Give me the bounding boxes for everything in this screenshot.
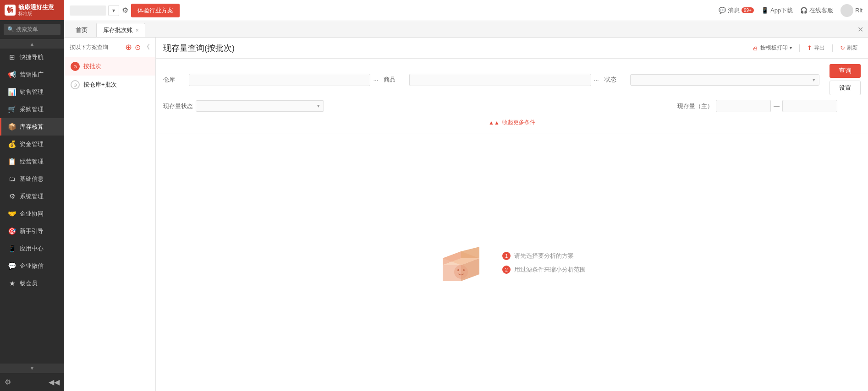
print-icon: 🖨 bbox=[753, 44, 758, 51]
product-label: 商品 bbox=[384, 76, 407, 84]
sidebar-item-shortcut[interactable]: ⊞ 快捷导航 bbox=[0, 49, 64, 66]
sidebar-item-member[interactable]: ★ 畅会员 bbox=[0, 275, 64, 292]
inventory-status-select[interactable]: ▾ bbox=[196, 100, 324, 112]
user-name: Rit bbox=[855, 7, 863, 14]
newguide-icon: 🎯 bbox=[8, 227, 16, 235]
basic-icon: 🗂 bbox=[8, 175, 16, 183]
empty-visual bbox=[438, 240, 484, 286]
tab-inventory[interactable]: 库存批次账 × bbox=[96, 23, 145, 37]
inventory-status-dropdown-icon: ▾ bbox=[317, 103, 320, 109]
status-select[interactable]: ▾ bbox=[630, 74, 819, 86]
edition-label: 标准版 bbox=[18, 11, 54, 16]
sidebar-label-purchase: 采购管理 bbox=[20, 105, 44, 114]
member-icon: ★ bbox=[8, 279, 16, 288]
plan-item-by-warehouse-batch[interactable]: ⊙ 按仓库+批次 bbox=[64, 76, 155, 94]
product-input[interactable] bbox=[409, 74, 591, 86]
plan-inactive-icon: ⊙ bbox=[71, 80, 80, 89]
sidebar-item-wechat[interactable]: 💬 企业微信 bbox=[0, 257, 64, 275]
chevron-up-icon: ▲▲ bbox=[489, 119, 500, 126]
filter-inventory-status: 现存量状态 ▾ bbox=[163, 100, 672, 112]
empty-tip-1: 1 请先选择要分析的方案 bbox=[502, 252, 586, 260]
collapse-panel-btn[interactable]: 《 bbox=[143, 43, 150, 51]
topbar-search-input[interactable] bbox=[70, 5, 106, 16]
app-download-label: App下载 bbox=[770, 6, 793, 15]
status-label: 状态 bbox=[604, 76, 627, 84]
company-name: 畅康通好生意 bbox=[18, 4, 54, 11]
sidebar-item-newguide[interactable]: 🎯 新手引导 bbox=[0, 223, 64, 240]
empty-state: 1 请先选择要分析的方案 2 用过滤条件来缩小分析范围 bbox=[156, 134, 868, 391]
sidebar-label-operation: 经营管理 bbox=[20, 157, 44, 166]
plan-item-by-batch[interactable]: ⊙ 按批次 bbox=[64, 57, 155, 76]
sidebar-item-inventory[interactable]: 📦 库存核算 bbox=[0, 118, 64, 136]
export-icon: ⬆ bbox=[807, 44, 812, 51]
sidebar: 畅 畅康通好生意 标准版 🔍 搜索菜单 ▲ ⊞ 快捷导航 📢 营销推广 📊 销售… bbox=[0, 0, 64, 391]
online-service-btn[interactable]: 🎧 在线客服 bbox=[800, 6, 833, 15]
header-divider-1 bbox=[799, 44, 800, 52]
user-avatar-btn[interactable]: Rit bbox=[841, 4, 863, 17]
topbar-search-group: ▾ bbox=[70, 5, 119, 16]
sidebar-item-sales[interactable]: 📊 销售管理 bbox=[0, 83, 64, 101]
refresh-label: 刷新 bbox=[847, 44, 858, 52]
messages-btn[interactable]: 💬 消息 99+ bbox=[719, 6, 754, 15]
messages-badge: 99+ bbox=[742, 7, 754, 13]
tab-close-all-btn[interactable]: ✕ bbox=[857, 25, 863, 33]
sidebar-item-enterprise[interactable]: 🤝 企业协同 bbox=[0, 205, 64, 223]
sidebar-scroll-up[interactable]: ▲ bbox=[0, 39, 64, 49]
warehouse-dots[interactable]: ··· bbox=[373, 76, 378, 83]
sidebar-search-area[interactable]: 🔍 搜索菜单 bbox=[0, 20, 64, 39]
tab-home[interactable]: 首页 bbox=[69, 23, 94, 37]
content-area: 按以下方案查询 ⊕ ⊙ 《 ⊙ 按批次 ⊙ 按仓库+批次 现存量查询(按批次) bbox=[64, 38, 868, 391]
sidebar-item-finance[interactable]: 💰 资金管理 bbox=[0, 136, 64, 153]
left-panel: 按以下方案查询 ⊕ ⊙ 《 ⊙ 按批次 ⊙ 按仓库+批次 bbox=[64, 38, 156, 391]
topbar: ▾ ⚙ 体验行业方案 💬 消息 99+ 📱 App下载 🎧 在线客服 Rit bbox=[64, 0, 868, 21]
sidebar-label-marketing: 营销推广 bbox=[20, 71, 44, 79]
sidebar-scroll-down[interactable]: ▼ bbox=[0, 364, 64, 373]
add-plan-btn[interactable]: ⊕ bbox=[125, 42, 132, 52]
topbar-dropdown-btn[interactable]: ▾ bbox=[108, 5, 119, 16]
collapse-bar[interactable]: ▲▲ 收起更多条件 bbox=[163, 117, 861, 128]
page-header-actions: 🖨 按模板打印 ▾ ⬆ 导出 ↻ 刷新 bbox=[750, 42, 861, 54]
sidebar-item-purchase[interactable]: 🛒 采购管理 bbox=[0, 101, 64, 118]
experience-btn[interactable]: 体验行业方案 bbox=[131, 4, 180, 17]
header-divider-2 bbox=[832, 44, 833, 52]
filter-inventory-qty: 现存量（主） — bbox=[677, 100, 861, 112]
tab-home-label: 首页 bbox=[76, 26, 88, 34]
inventory-qty-max[interactable] bbox=[782, 100, 837, 112]
tab-inventory-label: 库存批次账 bbox=[103, 26, 133, 34]
left-panel-actions: ⊕ ⊙ 《 bbox=[125, 42, 150, 52]
svg-point-7 bbox=[457, 269, 459, 271]
manage-plan-btn[interactable]: ⊙ bbox=[135, 43, 141, 52]
print-btn[interactable]: 🖨 按模板打印 ▾ bbox=[750, 42, 795, 54]
app-info: 畅康通好生意 标准版 bbox=[18, 4, 54, 16]
messages-label: 消息 bbox=[728, 6, 740, 15]
filter-area: 仓库 ··· 商品 ··· 状态 ▾ bbox=[156, 59, 868, 134]
sidebar-item-marketing[interactable]: 📢 营销推广 bbox=[0, 66, 64, 83]
sidebar-item-basic[interactable]: 🗂 基础信息 bbox=[0, 170, 64, 188]
online-service-label: 在线客服 bbox=[809, 6, 833, 15]
sidebar-item-operation[interactable]: 📋 经营管理 bbox=[0, 153, 64, 170]
sidebar-item-system[interactable]: ⚙ 系统管理 bbox=[0, 188, 64, 205]
warehouse-input[interactable] bbox=[189, 74, 370, 86]
right-main: 现存量查询(按批次) 🖨 按模板打印 ▾ ⬆ 导出 ↻ 刷 bbox=[156, 38, 868, 391]
export-btn[interactable]: ⬆ 导出 bbox=[804, 42, 828, 54]
settings-footer-icon[interactable]: ⚙ bbox=[5, 378, 11, 386]
purchase-icon: 🛒 bbox=[8, 105, 16, 114]
qty-separator: — bbox=[774, 103, 780, 109]
enterprise-icon: 🤝 bbox=[8, 210, 16, 218]
svg-point-6 bbox=[454, 265, 468, 279]
app-download-btn[interactable]: 📱 App下载 bbox=[761, 6, 793, 15]
refresh-btn[interactable]: ↻ 刷新 bbox=[837, 42, 861, 54]
tab-close-icon[interactable]: × bbox=[136, 27, 138, 33]
sidebar-footer: ⚙ ◀◀ bbox=[0, 373, 64, 391]
sidebar-label-inventory: 库存核算 bbox=[20, 123, 44, 131]
product-dots[interactable]: ··· bbox=[594, 76, 599, 83]
topbar-gear-icon[interactable]: ⚙ bbox=[122, 6, 128, 15]
query-btn[interactable]: 查询 bbox=[830, 64, 861, 78]
collapse-sidebar-btn[interactable]: ◀◀ bbox=[49, 378, 60, 386]
print-dropdown-icon[interactable]: ▾ bbox=[790, 45, 792, 50]
search-menu-btn[interactable]: 🔍 搜索菜单 bbox=[4, 24, 60, 35]
inventory-qty-min[interactable] bbox=[716, 100, 771, 112]
settings-btn[interactable]: 设置 bbox=[830, 81, 861, 95]
sidebar-item-appcenter[interactable]: 📱 应用中心 bbox=[0, 240, 64, 257]
plan-label-by-warehouse-batch: 按仓库+批次 bbox=[83, 81, 117, 89]
